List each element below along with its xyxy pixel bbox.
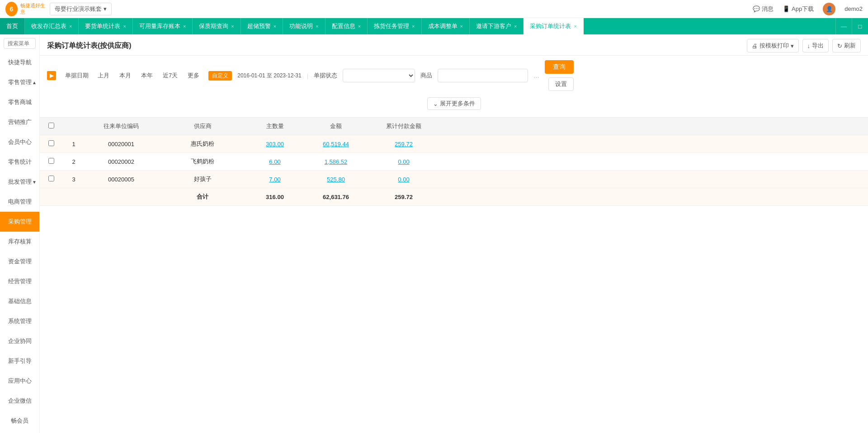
goods-label: 商品 <box>420 71 432 80</box>
sidebar-item-purchase[interactable]: 采购管理 <box>0 212 39 232</box>
tab-cost-adjust[interactable]: 成本调整单 × <box>422 18 470 34</box>
shortcut-this-month[interactable]: 本月 <box>116 71 135 81</box>
app-icon: 📱 <box>783 5 790 12</box>
print-icon: 🖨 <box>752 43 758 49</box>
th-checkbox <box>40 118 62 135</box>
amount-link[interactable]: 525.80 <box>327 176 345 183</box>
shortcut-last-month[interactable]: 上月 <box>94 71 113 81</box>
expand-filter-button[interactable]: ⌄ 展开更多条件 <box>427 97 481 110</box>
sidebar-item-wechat[interactable]: 企业微信 <box>0 391 39 411</box>
close-icon[interactable]: × <box>412 24 415 29</box>
tab-function-desc[interactable]: 功能说明 × <box>283 18 325 34</box>
amount-link[interactable]: 60,519.44 <box>323 141 349 148</box>
query-button[interactable]: 查询 <box>545 60 574 74</box>
status-select[interactable] <box>343 69 415 82</box>
page-title: 采购订单统计表(按供应商) <box>47 41 132 51</box>
tab-invite-downstream[interactable]: 邀请下游客户 × <box>470 18 524 34</box>
select-all-checkbox[interactable] <box>48 123 54 128</box>
sidebar-item-ecommerce[interactable]: 电商管理 <box>0 192 39 212</box>
sidebar-item-wholesale[interactable]: 批发管理 ▼ <box>0 172 39 192</box>
sidebar-item-basic-info[interactable]: 基础信息 <box>0 291 39 311</box>
qty-link[interactable]: 6.00 <box>269 158 280 165</box>
close-icon[interactable]: × <box>460 24 463 29</box>
sidebar-item-newbie[interactable]: 新手引导 <box>0 351 39 371</box>
sidebar-item-collab[interactable]: 企业协同 <box>0 331 39 351</box>
chevron-down-icon: ⌄ <box>433 100 438 107</box>
settings-button[interactable]: 设置 <box>548 77 574 91</box>
sidebar-item-system[interactable]: 系统管理 <box>0 311 39 331</box>
qty-link[interactable]: 7.00 <box>269 176 280 183</box>
sidebar-item-marketing[interactable]: 营销推广 <box>0 112 39 132</box>
close-icon[interactable]: × <box>514 24 517 29</box>
goods-input[interactable] <box>438 69 528 82</box>
more-dots-icon[interactable]: … <box>533 72 539 79</box>
tab-config-info[interactable]: 配置信息 × <box>326 18 368 34</box>
logo-icon: 6 <box>5 2 18 16</box>
paid-link[interactable]: 0.00 <box>398 158 409 165</box>
sidebar-item-retail-stats[interactable]: 零售统计 <box>0 152 39 172</box>
sidebar-item-operation[interactable]: 经营管理 <box>0 271 39 291</box>
sidebar-item-retail-store[interactable]: 零售商城 <box>0 92 39 112</box>
footer-amount: 62,631.76 <box>302 188 370 206</box>
app-download-button[interactable]: 📱 App下载 <box>783 5 814 13</box>
close-icon[interactable]: × <box>274 24 276 29</box>
sidebar-item-finance[interactable]: 资金管理 <box>0 252 39 271</box>
th-extra <box>438 118 868 135</box>
close-icon[interactable]: × <box>316 24 318 29</box>
tab-expiry-query[interactable]: 保质期查询 × <box>193 18 241 34</box>
close-icon[interactable]: × <box>231 24 234 29</box>
tab-pick-task[interactable]: 拣货任务管理 × <box>368 18 421 34</box>
row-checkbox[interactable] <box>48 158 54 164</box>
close-icon[interactable]: × <box>69 24 72 29</box>
tab-collection-summary[interactable]: 收发存汇总表 × <box>25 18 79 34</box>
paid-link[interactable]: 0.00 <box>398 176 409 183</box>
nav-tabs: 首页 收发存汇总表 × 要货单统计表 × 可用量库存账本 × 保质期查询 × 超… <box>0 18 868 34</box>
shortcut-more[interactable]: 更多 <box>184 71 203 81</box>
close-icon[interactable]: × <box>123 24 126 29</box>
sidebar-search-input[interactable] <box>4 38 36 49</box>
print-button[interactable]: 🖨 按模板打印 ▾ <box>747 39 799 52</box>
workspace-selector[interactable]: 母婴行业演示账套 ▾ <box>50 3 112 15</box>
table-footer: 合计 316.00 62,631.76 259.72 <box>40 188 868 206</box>
paid-link[interactable]: 259.72 <box>395 141 413 148</box>
sidebar-item-member[interactable]: 畅会员 <box>0 411 39 431</box>
sidebar-item-retail-mgmt[interactable]: 零售管理 ▲ <box>0 72 39 92</box>
message-button[interactable]: 💬 消息 <box>753 5 774 13</box>
top-bar: 6 畅捷通好生意 母婴行业演示账套 ▾ 💬 消息 📱 App下载 👤 demo2 <box>0 0 868 18</box>
cell-checkbox <box>40 135 62 153</box>
cell-supplier: 飞鹤奶粉 <box>157 153 248 171</box>
cell-extra <box>438 135 868 153</box>
table-body: 1 00020001 惠氏奶粉 303.00 60,519.44 259.72 … <box>40 135 868 188</box>
maximize-button[interactable]: □ <box>852 18 868 34</box>
export-button[interactable]: ↓ 导出 <box>802 39 829 52</box>
cell-extra <box>438 153 868 171</box>
close-icon[interactable]: × <box>574 24 576 29</box>
tab-order-stats[interactable]: 要货单统计表 × <box>79 18 132 34</box>
tab-home[interactable]: 首页 <box>0 18 25 34</box>
username-label[interactable]: demo2 <box>844 5 863 12</box>
date-range-display: 2016-01-01 至 2023-12-31 <box>237 72 301 80</box>
nav-tab-actions: — □ <box>835 18 868 34</box>
custom-date-badge[interactable]: 自定义 <box>208 71 232 81</box>
shortcut-7-days[interactable]: 近7天 <box>159 71 181 81</box>
row-checkbox[interactable] <box>48 140 54 146</box>
sidebar-item-app-center[interactable]: 应用中心 <box>0 371 39 391</box>
sidebar-item-quick-nav[interactable]: 快捷导航 <box>0 52 39 72</box>
cell-qty: 7.00 <box>248 171 302 188</box>
shortcut-this-year[interactable]: 本年 <box>137 71 156 81</box>
refresh-button[interactable]: ↻ 刷新 <box>832 39 861 52</box>
qty-link[interactable]: 303.00 <box>266 141 284 148</box>
minimize-button[interactable]: — <box>835 18 852 34</box>
amount-link[interactable]: 1,586.52 <box>325 158 348 165</box>
row-checkbox[interactable] <box>48 176 54 181</box>
tab-purchase-order-stats[interactable]: 采购订单统计表 × <box>524 18 583 34</box>
tab-overstock-warning[interactable]: 超储预警 × <box>241 18 283 34</box>
sidebar-item-member-center[interactable]: 会员中心 <box>0 132 39 152</box>
filter-toggle[interactable]: ▶ <box>47 71 56 80</box>
cell-extra <box>438 171 868 188</box>
tab-inventory-book[interactable]: 可用量库存账本 × <box>133 18 193 34</box>
cell-amount: 525.80 <box>302 171 370 188</box>
sidebar-item-inventory[interactable]: 库存核算 <box>0 232 39 252</box>
close-icon[interactable]: × <box>358 24 361 29</box>
close-icon[interactable]: × <box>183 24 186 29</box>
